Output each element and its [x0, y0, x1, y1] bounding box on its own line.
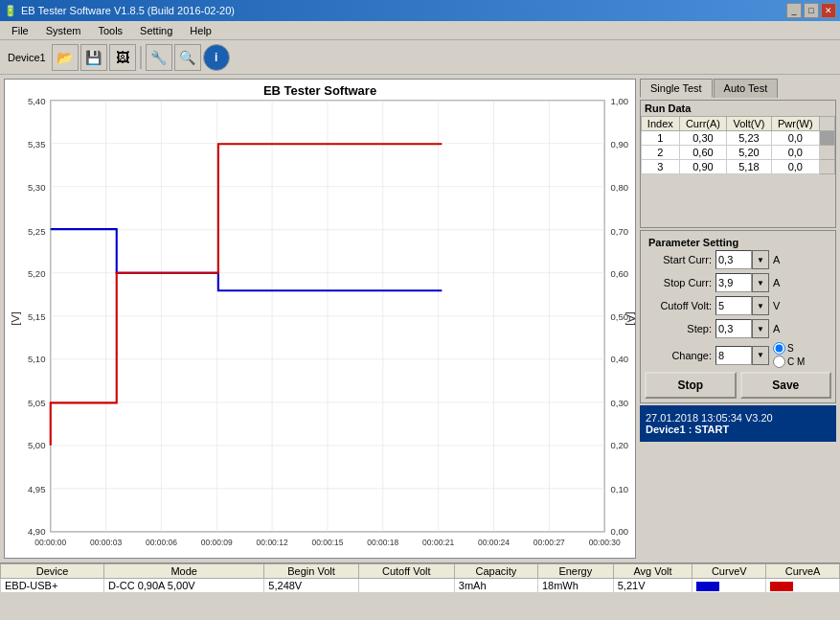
svg-text:0,80: 0,80	[611, 182, 629, 193]
footer-col-capacity: Capacity	[454, 564, 537, 579]
stop-curr-dropdown[interactable]: ▼	[752, 273, 769, 292]
tab-single-test[interactable]: Single Test	[640, 79, 713, 98]
stop-curr-input[interactable]	[715, 273, 752, 292]
radio-s[interactable]	[773, 342, 785, 355]
change-row: Change: ▼ S C M	[645, 342, 831, 368]
svg-text:0,20: 0,20	[611, 440, 629, 450]
menu-setting[interactable]: Setting	[132, 23, 180, 38]
table-cell: 0,0	[771, 131, 819, 146]
svg-text:0,10: 0,10	[611, 484, 629, 494]
step-dropdown[interactable]: ▼	[752, 319, 769, 338]
table-row: 30,905,180,0	[642, 160, 835, 174]
cutoff-volt-unit: V	[773, 300, 780, 311]
window-controls[interactable]: _ □ ✕	[786, 3, 836, 18]
radio-cm-row: C M	[773, 356, 805, 368]
svg-text:00:00:12: 00:00:12	[257, 538, 288, 547]
start-curr-input[interactable]	[715, 250, 752, 269]
image-button[interactable]: 🖼	[109, 44, 136, 71]
change-dropdown[interactable]: ▼	[752, 346, 769, 365]
svg-text:5,20: 5,20	[28, 268, 46, 279]
footer-energy: 18mWh	[537, 579, 613, 593]
col-pwr: Pwr(W)	[771, 117, 819, 131]
chart-area: EB Tester Software ZKETECH	[4, 79, 636, 559]
svg-text:0,60: 0,60	[611, 268, 629, 279]
menu-tools[interactable]: Tools	[90, 23, 130, 38]
svg-text:00:00:15: 00:00:15	[311, 538, 343, 547]
footer-col-begin: Begin Volt	[264, 564, 358, 579]
table-cell: 5,18	[727, 160, 771, 174]
footer-row: EBD-USB+ D-CC 0,90A 5,00V 5,248V 3mAh 18…	[1, 579, 840, 593]
app-icon: 🔋	[4, 5, 17, 17]
table-cell: 2	[642, 146, 680, 160]
footer-begin-volt: 5,248V	[264, 579, 358, 593]
table-cell: 0,60	[679, 146, 727, 160]
param-section: Parameter Setting Start Curr: ▼ A Stop C…	[640, 230, 836, 403]
search-button[interactable]: 🔍	[174, 44, 201, 71]
menu-system[interactable]: System	[38, 23, 89, 38]
info-button[interactable]: i	[203, 44, 230, 71]
radio-cm[interactable]	[773, 356, 785, 368]
svg-text:[A]: [A]	[624, 311, 635, 326]
start-curr-input-group: ▼	[715, 250, 769, 269]
minimize-button[interactable]: _	[786, 3, 802, 18]
scroll-col-header	[820, 117, 835, 131]
footer-cutoff-volt	[358, 579, 454, 593]
footer-capacity: 3mAh	[454, 579, 537, 593]
footer-col-curvev: CurveV	[692, 564, 766, 579]
footer-table: Device Mode Begin Volt Cutoff Volt Capac…	[0, 563, 840, 593]
footer-col-device: Device	[1, 564, 104, 579]
menu-help[interactable]: Help	[182, 23, 219, 38]
table-cell: 0,30	[679, 131, 727, 146]
status-line2: Device1 : START	[646, 424, 729, 435]
settings-button[interactable]: 🔧	[146, 44, 172, 71]
step-input[interactable]	[715, 319, 752, 338]
svg-text:00:00:18: 00:00:18	[367, 538, 398, 547]
svg-text:4,90: 4,90	[28, 526, 46, 537]
cutoff-volt-input-group: ▼	[715, 296, 769, 315]
svg-text:00:00:27: 00:00:27	[534, 538, 565, 547]
toolbar-divider	[140, 46, 142, 69]
start-curr-unit: A	[773, 254, 780, 265]
footer-curvea	[766, 579, 840, 593]
right-panel: Single Test Auto Test Run Data Index Cur…	[640, 79, 836, 559]
scroll-col-cell	[820, 131, 835, 146]
window-title: EB Tester Software V1.8.5 (Build 2016-02…	[21, 5, 235, 16]
stop-curr-unit: A	[773, 277, 780, 288]
cutoff-volt-dropdown[interactable]: ▼	[752, 296, 769, 315]
table-cell: 0,90	[679, 160, 727, 174]
menu-file[interactable]: File	[4, 23, 36, 38]
open-button[interactable]: 📂	[52, 44, 79, 71]
svg-text:5,15: 5,15	[28, 310, 46, 321]
toolbar: Device1 📂 💾 🖼 🔧 🔍 i	[0, 40, 840, 75]
tab-auto-test[interactable]: Auto Test	[714, 79, 779, 98]
device-label: Device1	[4, 52, 50, 63]
table-cell: 0,0	[771, 160, 819, 174]
cutoff-volt-input[interactable]	[715, 296, 752, 315]
start-curr-dropdown[interactable]: ▼	[752, 250, 769, 269]
change-input[interactable]	[715, 346, 752, 365]
close-button[interactable]: ✕	[821, 3, 836, 18]
svg-text:00:00:21: 00:00:21	[422, 538, 454, 547]
table-cell: 5,23	[727, 131, 771, 146]
title-bar-left: 🔋 EB Tester Software V1.8.5 (Build 2016-…	[4, 5, 235, 17]
step-unit: A	[773, 323, 780, 334]
table-row: 20,605,200,0	[642, 146, 835, 160]
svg-text:[V]: [V]	[9, 311, 22, 326]
footer-table-area: Device Mode Begin Volt Cutoff Volt Capac…	[0, 563, 840, 605]
save-button[interactable]: Save	[740, 372, 832, 399]
stop-curr-label: Stop Curr:	[645, 277, 712, 288]
status-line1: 27.01.2018 13:05:34 V3.20	[646, 412, 773, 424]
svg-text:5,35: 5,35	[28, 138, 46, 149]
svg-text:00:00:09: 00:00:09	[201, 538, 233, 547]
svg-text:00:00:06: 00:00:06	[146, 538, 177, 547]
svg-text:1,00: 1,00	[611, 96, 629, 106]
footer-device: EBD-USB+	[1, 579, 104, 593]
save-toolbar-button[interactable]: 💾	[80, 44, 107, 71]
maximize-button[interactable]: □	[804, 3, 819, 18]
svg-text:00:00:03: 00:00:03	[90, 538, 122, 547]
status-bar: 27.01.2018 13:05:34 V3.20 Device1 : STAR…	[640, 405, 836, 442]
cutoff-volt-row: Cutoff Volt: ▼ V	[645, 296, 831, 315]
action-buttons: Stop Save	[645, 372, 831, 399]
table-cell: 1	[642, 131, 680, 146]
stop-button[interactable]: Stop	[645, 372, 737, 399]
